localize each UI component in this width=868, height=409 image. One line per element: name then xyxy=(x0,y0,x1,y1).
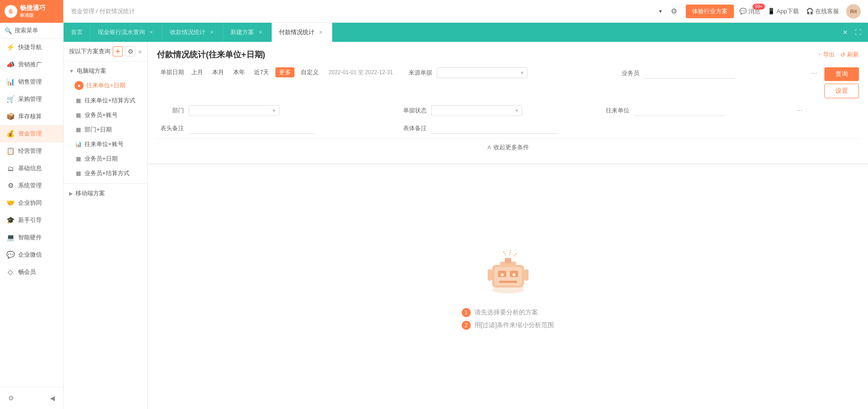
schema-item-unit-date[interactable]: ● 往来单位+日期 xyxy=(64,78,147,93)
schema-settings-btn[interactable]: ⚙ xyxy=(125,46,135,56)
tab-receipt-close[interactable]: × xyxy=(208,29,215,36)
message-icon: 💬 xyxy=(739,8,747,15)
sidebar-item-basic-info[interactable]: 🗂 基础信息 xyxy=(0,160,63,177)
logo-subtitle: 标准版 xyxy=(20,12,45,19)
bottom-collapse-btn[interactable]: ◀ xyxy=(46,392,59,404)
date-option-more[interactable]: 更多 xyxy=(275,67,294,77)
tab-new-plan-close[interactable]: × xyxy=(257,29,264,36)
date-option-custom[interactable]: 自定义 xyxy=(298,67,321,77)
export-btn[interactable]: ↑ 导出 xyxy=(818,50,835,59)
schema-item-staff-settlement[interactable]: ▦ 业务员+结算方式 xyxy=(64,166,147,181)
date-option-7days[interactable]: 近7天 xyxy=(251,67,272,77)
desktop-section-header[interactable]: ▼ 电脑端方案 xyxy=(64,64,147,78)
date-option-this-month[interactable]: 本月 xyxy=(210,67,227,77)
sales-icon: 📊 xyxy=(6,78,15,86)
staff-input[interactable] xyxy=(644,68,735,79)
sidebar-item-capital[interactable]: 💰 资金管理 xyxy=(0,125,63,142)
schema-icon: ▦ xyxy=(75,126,82,133)
source-select[interactable]: ▾ xyxy=(437,67,528,78)
date-option-last-month[interactable]: 上月 xyxy=(189,67,206,77)
svg-rect-10 xyxy=(488,269,492,281)
marketing-icon: 📣 xyxy=(6,61,15,69)
schema-item-dept-date[interactable]: ▦ 部门+日期 xyxy=(64,122,147,137)
sidebar-item-member[interactable]: ◇ 畅会员 xyxy=(0,263,63,281)
partner-control xyxy=(634,105,795,116)
date-options: 上月 本月 本年 近7天 更多 自定义 xyxy=(189,67,321,77)
dept-select[interactable]: ▾ xyxy=(189,105,279,116)
sidebar-item-label: 新手引导 xyxy=(18,216,42,224)
refresh-btn[interactable]: ↺ 刷新 xyxy=(840,50,859,59)
app-label: App下载 xyxy=(777,7,799,15)
dept-control: ▾ xyxy=(189,105,399,116)
sidebar-item-sales[interactable]: 📊 销售管理 xyxy=(0,73,63,91)
sidebar-item-guide[interactable]: 🎓 新手引导 xyxy=(0,212,63,229)
schema-item-staff-date[interactable]: ▦ 业务员+日期 xyxy=(64,151,147,166)
collapse-more-btn[interactable]: ∧ 收起更多条件 xyxy=(157,138,859,156)
sidebar-item-wechat[interactable]: 💬 企业微信 xyxy=(0,246,63,263)
service-btn[interactable]: 🎧 在线客服 xyxy=(806,7,839,15)
tabbar-actions: ✕ ⛶ xyxy=(835,23,868,42)
tab-receipt[interactable]: 收款情况统计 × xyxy=(163,23,223,42)
schema-item-label: 往来单位+结算方式 xyxy=(85,96,135,105)
tab-payment-close[interactable]: × xyxy=(317,29,324,36)
schema-item-label: 往来单位+日期 xyxy=(86,81,125,90)
schema-icon: ▦ xyxy=(75,111,82,119)
search-menu[interactable]: 🔍 搜索菜单 xyxy=(0,23,63,39)
tab-close-all-btn[interactable]: ✕ xyxy=(840,27,851,38)
wechat-icon: 💬 xyxy=(6,251,15,259)
tab-payment[interactable]: 付款情况统计 × xyxy=(272,23,332,42)
body-note-input[interactable] xyxy=(431,123,559,134)
staff-control xyxy=(644,68,809,79)
sidebar-item-label: 企业协同 xyxy=(18,199,42,207)
doc-status-select[interactable]: ▾ xyxy=(431,105,522,116)
topbar-settings-btn[interactable]: ⚙ xyxy=(668,5,680,18)
staff-label: 业务员 xyxy=(612,69,644,77)
schema-add-btn[interactable]: + xyxy=(113,46,123,56)
app-download-btn[interactable]: 📱 App下载 xyxy=(768,7,799,15)
sidebar-logo: 6 畅捷通巧 标准版 xyxy=(0,0,63,23)
date-option-this-year[interactable]: 本年 xyxy=(230,67,248,77)
sidebar-item-label: 采购管理 xyxy=(18,95,42,103)
bottom-settings-btn[interactable]: ⚙ xyxy=(5,392,17,404)
partner-more-btn[interactable]: ··· xyxy=(795,105,804,116)
tab-bank[interactable]: 现金银行流水查询 × xyxy=(90,23,163,42)
schema-panel-header: 按以下方案查询 + ⚙ « xyxy=(64,42,147,61)
partner-input[interactable] xyxy=(634,105,725,116)
mobile-section-header[interactable]: ▶ 移动端方案 xyxy=(64,187,147,200)
export-label: 导出 xyxy=(823,50,835,59)
sidebar-item-enterprise[interactable]: 🤝 企业协同 xyxy=(0,194,63,212)
filter-area: 付款情况统计(往来单位+日期) ↑ 导出 ↺ 刷新 xyxy=(148,42,868,164)
sidebar-item-system[interactable]: ⚙ 系统管理 xyxy=(0,177,63,194)
sidebar-item-marketing[interactable]: 📣 营销推广 xyxy=(0,56,63,73)
sidebar-item-operation[interactable]: 📋 经营管理 xyxy=(0,142,63,160)
sidebar-item-quick-nav[interactable]: ⚡ 快捷导航 xyxy=(0,39,63,56)
empty-illustration xyxy=(481,244,535,299)
message-btn[interactable]: 💬 消息 99+ xyxy=(739,7,760,15)
head-note-input[interactable] xyxy=(189,123,316,134)
empty-tip-2: 2 用[过滤]条件来缩小分析范围 xyxy=(462,321,554,330)
schema-item-unit-settlement[interactable]: ▦ 往来单位+结算方式 xyxy=(64,93,147,108)
date-label: 单据日期 xyxy=(157,68,189,76)
logo-icon: 6 xyxy=(5,5,17,18)
tab-home[interactable]: 首页 xyxy=(64,23,90,42)
tab-bank-close[interactable]: × xyxy=(148,29,155,36)
schema-collapse-btn[interactable]: « xyxy=(138,48,142,55)
topbar-dropdown[interactable]: ▾ xyxy=(659,8,662,15)
sidebar-item-inventory[interactable]: 📦 库存核算 xyxy=(0,108,63,125)
staff-more-btn[interactable]: ··· xyxy=(809,67,819,79)
filter-panel: 付款情况统计(往来单位+日期) ↑ 导出 ↺ 刷新 xyxy=(148,42,868,409)
settings-btn[interactable]: 设置 xyxy=(824,84,859,98)
query-btn[interactable]: 查询 xyxy=(824,67,859,81)
operation-icon: 📋 xyxy=(6,147,15,155)
sidebar-item-purchase[interactable]: 🛒 采购管理 xyxy=(0,91,63,108)
tab-new-plan[interactable]: 新建方案 × xyxy=(223,23,272,42)
user-avatar[interactable]: Rit xyxy=(846,4,861,19)
schema-item-unit-account[interactable]: 📊 往来单位+账号 xyxy=(64,137,147,151)
schema-item-staff-account[interactable]: ▦ 业务员+账号 xyxy=(64,108,147,122)
sidebar-item-hardware[interactable]: 💻 智能硬件 xyxy=(0,229,63,246)
sidebar-item-label: 企业微信 xyxy=(18,251,42,259)
tab-home-label: 首页 xyxy=(71,28,83,36)
trial-btn[interactable]: 体验行业方案 xyxy=(686,5,734,18)
head-note-label: 表头备注 xyxy=(157,124,189,132)
tab-expand-btn[interactable]: ⛶ xyxy=(853,27,863,38)
